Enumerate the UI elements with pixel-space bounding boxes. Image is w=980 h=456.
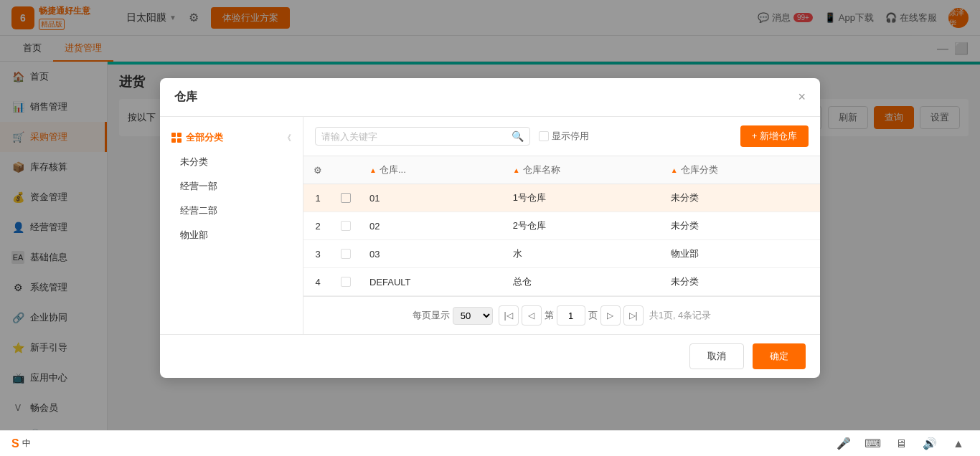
all-categories-label: 全部分类 bbox=[186, 131, 223, 144]
cell-name-1: 1号仓库 bbox=[504, 184, 662, 212]
bottom-logo: S 中 bbox=[11, 437, 31, 450]
add-warehouse-button[interactable]: + 新增仓库 bbox=[740, 125, 809, 147]
table-row[interactable]: 2 02 2号仓库 未分类 bbox=[303, 212, 820, 240]
page-nav: |◁ ◁ 第 页 ▷ ▷| bbox=[499, 305, 644, 326]
cell-code-1: 01 bbox=[361, 184, 504, 212]
cell-name-4: 总仓 bbox=[504, 268, 662, 296]
grid-icon bbox=[171, 133, 182, 143]
cell-num-2: 2 bbox=[303, 212, 332, 240]
search-icon[interactable]: 🔍 bbox=[512, 130, 524, 142]
dialog-content: 🔍 显示停用 + 新增仓库 ⚙ bbox=[303, 117, 820, 334]
dialog-sidebar: 全部分类 《 未分类 经营一部 经营二部 物业部 bbox=[160, 117, 303, 334]
page-size-label: 每页显示 bbox=[413, 309, 450, 322]
prev-page-btn[interactable]: ◁ bbox=[522, 305, 542, 326]
cell-code-2: 02 bbox=[361, 212, 504, 240]
bottombar: S 中 🎤 ⌨ 🖥 🔊 ▲ bbox=[0, 430, 980, 456]
th-name[interactable]: ▲仓库名称 bbox=[504, 156, 662, 184]
dialog-body: 全部分类 《 未分类 经营一部 经营二部 物业部 bbox=[160, 117, 820, 334]
page-size-select[interactable]: 10 20 50 100 bbox=[453, 307, 493, 325]
page-size-selector: 每页显示 10 20 50 100 bbox=[413, 307, 493, 325]
table-row[interactable]: 4 DEFAULT 总仓 未分类 bbox=[303, 268, 820, 296]
sort-icon-category: ▲ bbox=[671, 166, 678, 174]
show-disabled-check[interactable] bbox=[539, 131, 549, 141]
cell-check-1[interactable] bbox=[332, 184, 361, 212]
warehouse-dialog: 仓库 × 全部分类 《 未分类 bbox=[160, 78, 820, 378]
next-page-btn[interactable]: ▷ bbox=[600, 305, 621, 326]
cell-category-2: 未分类 bbox=[662, 212, 820, 240]
show-disabled-checkbox[interactable]: 显示停用 bbox=[539, 130, 589, 143]
volume-icon[interactable]: 🔊 bbox=[920, 434, 940, 454]
dialog-title: 仓库 bbox=[174, 90, 197, 105]
show-disabled-label: 显示停用 bbox=[552, 130, 589, 143]
th-category[interactable]: ▲仓库分类 bbox=[662, 156, 820, 184]
pagination: 每页显示 10 20 50 100 |◁ ◁ 第 页 bbox=[303, 296, 820, 334]
dialog-footer: 取消 确定 bbox=[160, 334, 820, 378]
cancel-button[interactable]: 取消 bbox=[689, 343, 744, 369]
sort-icon-code: ▲ bbox=[369, 166, 377, 174]
table-row[interactable]: 3 03 水 物业部 bbox=[303, 240, 820, 268]
table-header-row: ⚙ ▲仓库... ▲仓库名称 ▲仓库分类 bbox=[303, 156, 820, 184]
display-icon[interactable]: 🖥 bbox=[891, 434, 911, 454]
category-item-0[interactable]: 未分类 bbox=[160, 150, 303, 174]
sort-icon-name: ▲ bbox=[513, 166, 520, 174]
category-item-3[interactable]: 物业部 bbox=[160, 223, 303, 247]
cell-code-3: 03 bbox=[361, 240, 504, 268]
cell-category-3: 物业部 bbox=[662, 240, 820, 268]
cell-category-1: 未分类 bbox=[662, 184, 820, 212]
cell-num-4: 4 bbox=[303, 268, 332, 296]
th-settings: ⚙ bbox=[303, 156, 332, 184]
modal-overlay: 仓库 × 全部分类 《 未分类 bbox=[0, 0, 980, 456]
search-input[interactable] bbox=[321, 131, 507, 142]
keyboard-icon[interactable]: ⌨ bbox=[862, 434, 882, 454]
category-item-1[interactable]: 经营一部 bbox=[160, 174, 303, 199]
cell-check-2[interactable] bbox=[332, 212, 361, 240]
table-row[interactable]: 1 01 1号仓库 未分类 bbox=[303, 184, 820, 212]
dialog-toolbar: 🔍 显示停用 + 新增仓库 bbox=[303, 117, 820, 156]
dialog-close-button[interactable]: × bbox=[798, 90, 806, 105]
warehouse-table: ⚙ ▲仓库... ▲仓库名称 ▲仓库分类 1 01 bbox=[303, 156, 820, 296]
cell-num-1: 1 bbox=[303, 184, 332, 212]
network-icon[interactable]: ▲ bbox=[948, 434, 969, 454]
total-info: 共1页, 4条记录 bbox=[649, 309, 712, 322]
th-code[interactable]: ▲仓库... bbox=[361, 156, 504, 184]
th-checkbox bbox=[332, 156, 361, 184]
cell-check-3[interactable] bbox=[332, 240, 361, 268]
first-page-btn[interactable]: |◁ bbox=[499, 305, 519, 326]
cell-name-2: 2号仓库 bbox=[504, 212, 662, 240]
dialog-header: 仓库 × bbox=[160, 78, 820, 117]
cell-category-4: 未分类 bbox=[662, 268, 820, 296]
mic-icon[interactable]: 🎤 bbox=[834, 434, 854, 454]
cell-name-3: 水 bbox=[504, 240, 662, 268]
page-number-input[interactable] bbox=[557, 305, 585, 326]
last-page-btn[interactable]: ▷| bbox=[623, 305, 644, 326]
confirm-button[interactable]: 确定 bbox=[753, 343, 806, 369]
category-item-2[interactable]: 经营二部 bbox=[160, 199, 303, 223]
all-categories-header[interactable]: 全部分类 《 bbox=[160, 125, 303, 150]
page-label: 第 bbox=[545, 309, 554, 322]
search-box: 🔍 bbox=[315, 127, 530, 146]
page-suffix: 页 bbox=[588, 309, 598, 322]
cell-check-4[interactable] bbox=[332, 268, 361, 296]
cell-num-3: 3 bbox=[303, 240, 332, 268]
cell-code-4: DEFAULT bbox=[361, 268, 504, 296]
sidebar-collapse-icon[interactable]: 《 bbox=[283, 133, 291, 143]
